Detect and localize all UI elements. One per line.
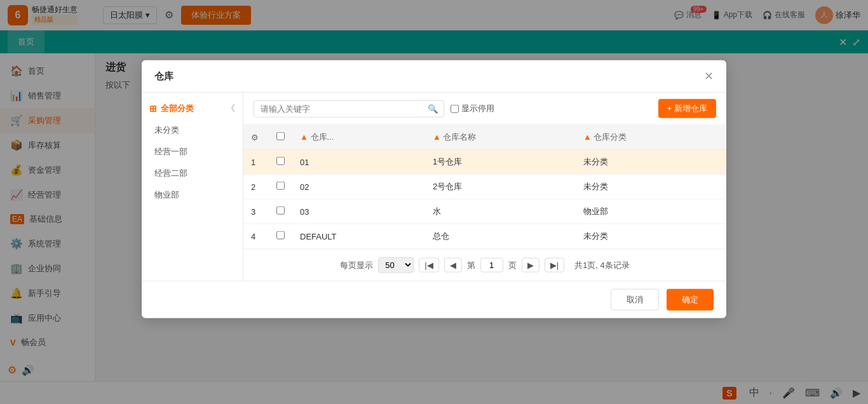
table-row[interactable]: 1 01 1号仓库 未分类 <box>243 149 726 174</box>
category-all-label: 全部分类 <box>161 103 194 114</box>
row-name: 水 <box>425 199 576 224</box>
collapse-button[interactable]: 《 <box>226 103 235 114</box>
modal-body: ⊞ 全部分类 《 未分类 经营一部 经营二部 物业部 🔍 <box>142 93 726 281</box>
row-index: 4 <box>243 224 269 248</box>
th-code: ▲ 仓库... <box>292 125 425 150</box>
confirm-button[interactable]: 确定 <box>667 289 714 311</box>
add-warehouse-button[interactable]: + 新增仓库 <box>658 99 716 118</box>
table-row[interactable]: 4 DEFAULT 总仓 未分类 <box>243 224 726 248</box>
page-unit: 页 <box>508 259 517 271</box>
row-category: 未分类 <box>576 174 726 199</box>
sort-icon-cat: ▲ <box>583 132 592 142</box>
category-sidebar: ⊞ 全部分类 《 未分类 经营一部 经营二部 物业部 <box>142 93 243 281</box>
table-area: 🔍 显示停用 + 新增仓库 ⚙ <box>243 93 726 281</box>
page-size-label: 每页显示 <box>340 259 373 271</box>
page-label: 第 <box>467 259 475 271</box>
modal-header: 仓库 ✕ <box>142 60 726 93</box>
category-unclassified[interactable]: 未分类 <box>142 119 243 141</box>
row-code: 02 <box>292 174 425 199</box>
row-index: 1 <box>243 149 269 174</box>
modal-title: 仓库 <box>154 70 173 82</box>
category-property[interactable]: 物业部 <box>142 184 243 206</box>
row-checkbox[interactable] <box>269 199 292 224</box>
row-code: DEFAULT <box>292 224 425 248</box>
show-disabled-label: 显示停用 <box>451 103 494 114</box>
cancel-button[interactable]: 取消 <box>611 289 659 311</box>
table-body: 1 01 1号仓库 未分类 2 02 2号仓库 未分类 3 03 水 物业部 4… <box>243 149 726 248</box>
row-index: 3 <box>243 199 269 224</box>
row-category: 未分类 <box>576 149 726 174</box>
pagination: 每页显示 50 100 |◀ ◀ 第 页 ▶ ▶| 共1页, 4条记录 <box>243 249 726 281</box>
data-table: ⚙ ▲ 仓库... ▲ 仓库名称 <box>243 125 726 249</box>
search-box: 🔍 <box>254 100 444 117</box>
show-disabled-checkbox[interactable] <box>451 104 459 112</box>
modal-close-button[interactable]: ✕ <box>704 69 714 83</box>
category-all[interactable]: ⊞ 全部分类 《 <box>142 98 243 119</box>
gear-icon: ⚙ <box>251 132 259 142</box>
page-total: 共1页, 4条记录 <box>574 259 630 271</box>
search-input[interactable] <box>254 100 423 116</box>
th-name: ▲ 仓库名称 <box>425 125 576 150</box>
page-next-button[interactable]: ▶ <box>522 258 539 273</box>
row-name: 1号仓库 <box>425 149 576 174</box>
row-checkbox[interactable] <box>269 224 292 248</box>
th-checkbox <box>269 125 292 150</box>
category-operations-2[interactable]: 经营二部 <box>142 163 243 184</box>
row-code: 01 <box>292 149 425 174</box>
row-name: 总仓 <box>425 224 576 248</box>
page-last-button[interactable]: ▶| <box>545 258 564 273</box>
row-category: 物业部 <box>576 199 726 224</box>
warehouse-modal: 仓库 ✕ ⊞ 全部分类 《 未分类 经营一部 经营二部 物业部 <box>142 60 726 318</box>
page-size-select[interactable]: 50 100 <box>378 257 414 273</box>
row-name: 2号仓库 <box>425 174 576 199</box>
row-category: 未分类 <box>576 224 726 248</box>
select-all-checkbox[interactable] <box>276 132 285 140</box>
sort-icon: ▲ <box>300 132 308 142</box>
page-first-button[interactable]: |◀ <box>419 258 438 273</box>
row-index: 2 <box>243 174 269 199</box>
row-checkbox[interactable] <box>269 149 292 174</box>
row-code: 03 <box>292 199 425 224</box>
table-toolbar: 🔍 显示停用 + 新增仓库 <box>243 93 726 125</box>
table-row[interactable]: 3 03 水 物业部 <box>243 199 726 224</box>
modal-footer: 取消 确定 <box>142 281 726 318</box>
page-prev-button[interactable]: ◀ <box>444 258 462 273</box>
show-disabled-text: 显示停用 <box>461 103 494 114</box>
category-operations-1[interactable]: 经营一部 <box>142 141 243 163</box>
sort-icon-name: ▲ <box>433 132 441 142</box>
th-gear: ⚙ <box>243 125 269 150</box>
warehouse-table: ⚙ ▲ 仓库... ▲ 仓库名称 <box>243 125 726 249</box>
row-checkbox[interactable] <box>269 174 292 199</box>
table-row[interactable]: 2 02 2号仓库 未分类 <box>243 174 726 199</box>
page-input[interactable] <box>480 258 503 273</box>
grid-icon: ⊞ <box>149 104 157 114</box>
search-button[interactable]: 🔍 <box>423 100 444 116</box>
th-category: ▲ 仓库分类 <box>576 125 726 150</box>
